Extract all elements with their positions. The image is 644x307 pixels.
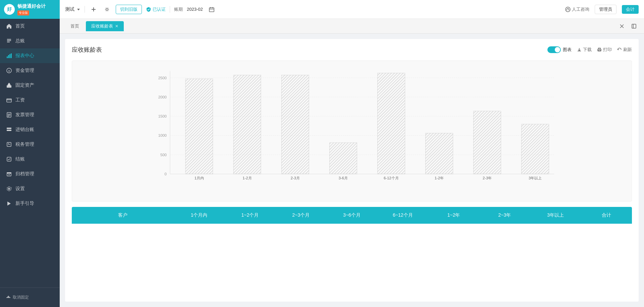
svg-rect-28	[6, 297, 10, 298]
col-3y-plus: 3年以上	[530, 207, 581, 224]
page-title: 应收账龄表	[72, 46, 102, 54]
chart-container: 0 500 1000 1500 2000 2500 1月内	[72, 60, 632, 202]
svg-text:1000: 1000	[158, 133, 167, 137]
assets-icon	[6, 82, 12, 88]
sidebar-item-guide[interactable]: 新手引导	[0, 196, 60, 211]
sidebar-label-home: 首页	[15, 23, 25, 29]
sidebar-label-reports: 报表中心	[15, 53, 34, 59]
app-name: 畅捷通好会计	[17, 3, 46, 9]
svg-rect-11	[8, 83, 10, 84]
download-btn[interactable]: 下载	[577, 47, 592, 53]
home-icon	[6, 23, 12, 29]
svg-rect-39	[567, 9, 567, 10]
svg-rect-6	[11, 53, 12, 58]
refresh-btn[interactable]: 刷新	[617, 47, 632, 53]
archive-icon	[6, 171, 12, 177]
page-container: 应收账龄表 图表 下载 打印	[65, 39, 639, 302]
sidebar-item-funds[interactable]: ¥ 资金管理	[0, 63, 60, 78]
svg-rect-3	[7, 56, 8, 58]
svg-rect-12	[7, 99, 11, 102]
headset-icon	[565, 7, 571, 12]
settings-icon	[6, 186, 12, 192]
col-customer: 客户	[72, 207, 174, 224]
bar-7	[474, 111, 501, 174]
tab-expand-btn[interactable]	[629, 21, 639, 31]
svg-marker-27	[7, 202, 11, 206]
bar-6	[426, 133, 453, 174]
chevron-down-icon	[76, 7, 80, 11]
period-label: 账期	[174, 6, 183, 12]
col-3-6m: 3~6个月	[326, 207, 377, 224]
reports-icon	[6, 53, 12, 59]
svg-rect-16	[8, 115, 10, 116]
cancel-fixed-label: 取消固定	[13, 295, 29, 300]
calendar-icon[interactable]	[207, 5, 216, 14]
sidebar-item-payroll[interactable]: 工资	[0, 93, 60, 107]
accountant-btn[interactable]: 会计	[622, 5, 639, 14]
sidebar-label-archive: 归档管理	[15, 171, 34, 177]
verified-text: 已认证	[153, 6, 166, 12]
svg-rect-0	[7, 39, 11, 40]
add-btn[interactable]	[89, 5, 98, 14]
bar-8	[522, 124, 549, 174]
admin-btn[interactable]: 管理员	[595, 5, 616, 14]
toolbar: 图表 下载 打印 刷新	[547, 46, 632, 53]
svg-rect-1	[7, 40, 11, 41]
consult-btn[interactable]: 人工咨询	[565, 6, 589, 12]
cancel-fixed-btn[interactable]: 取消固定	[0, 291, 60, 304]
print-btn[interactable]: 打印	[597, 47, 612, 53]
svg-rect-9	[7, 85, 11, 88]
tab-home[interactable]: 首页	[65, 21, 85, 31]
sidebar-item-invoice[interactable]: 发票管理	[0, 107, 60, 122]
sidebar-label-invoice: 发票管理	[15, 112, 34, 118]
col-1-2m: 1~2个月	[224, 207, 275, 224]
bar-3	[281, 75, 309, 174]
tabbar: 首页 应收账龄表 ✕	[60, 19, 644, 34]
tab-close-btn[interactable]	[617, 21, 627, 31]
edition-badge: 专业版	[17, 10, 29, 15]
svg-rect-32	[92, 9, 96, 10]
table-header: 客户 1个月内 1~2个月 2~3个月 3~6个月 6~12个月 1~2年 2~…	[72, 207, 632, 224]
download-icon	[577, 47, 582, 52]
ledger-icon	[6, 38, 12, 44]
sidebar-item-archive[interactable]: 归档管理	[0, 167, 60, 181]
sidebar-item-settings[interactable]: 设置	[0, 181, 60, 196]
sidebar-label-assets: 固定资产	[15, 82, 34, 88]
svg-text:3年以上: 3年以上	[529, 176, 542, 180]
topbar: 测试 切到旧版 已认证 账期 2023-02 人工咨询 管理员 会计	[60, 0, 644, 19]
shield-icon	[146, 7, 151, 12]
settings-btn[interactable]	[102, 5, 112, 14]
sidebar-item-tax[interactable]: 税务管理	[0, 137, 60, 152]
tab-aging-close[interactable]: ✕	[115, 24, 118, 29]
sidebar-item-closing[interactable]: 结账	[0, 152, 60, 167]
svg-text:3-6月: 3-6月	[339, 176, 348, 180]
consult-label: 人工咨询	[572, 6, 589, 12]
sidebar-item-home[interactable]: 首页	[0, 19, 60, 34]
topbar-divider-1	[85, 6, 85, 13]
project-selector[interactable]: 测试	[65, 6, 80, 12]
download-label: 下载	[583, 47, 592, 53]
sidebar-item-ledger[interactable]: 总账	[0, 34, 60, 48]
switch-version-btn[interactable]: 切到旧版	[116, 5, 142, 14]
sidebar-item-inventory[interactable]: 进销台账	[0, 122, 60, 137]
logo-text-block: 畅捷通好会计 专业版	[17, 3, 46, 15]
chart-toggle[interactable]	[547, 46, 561, 53]
sidebar-item-assets[interactable]: 固定资产	[0, 78, 60, 93]
sidebar-nav: 首页 总账 报表中心 ¥ 资金管理 固定资产	[0, 19, 60, 288]
col-1m: 1个月内	[174, 207, 225, 224]
svg-text:¥: ¥	[8, 69, 10, 73]
print-label: 打印	[603, 47, 612, 53]
refresh-icon	[617, 47, 622, 52]
bar-1	[185, 79, 213, 174]
tabbar-actions	[617, 21, 639, 31]
sidebar-item-reports[interactable]: 报表中心	[0, 48, 60, 63]
bar-5	[377, 73, 405, 174]
svg-rect-26	[8, 174, 10, 175]
bar-4	[329, 143, 357, 174]
tab-aging[interactable]: 应收账龄表 ✕	[86, 21, 124, 31]
svg-rect-40	[569, 9, 569, 10]
sidebar-bottom: 取消固定	[0, 288, 60, 307]
svg-text:2500: 2500	[158, 76, 167, 80]
svg-rect-2	[7, 42, 10, 42]
svg-text:2000: 2000	[158, 95, 167, 99]
